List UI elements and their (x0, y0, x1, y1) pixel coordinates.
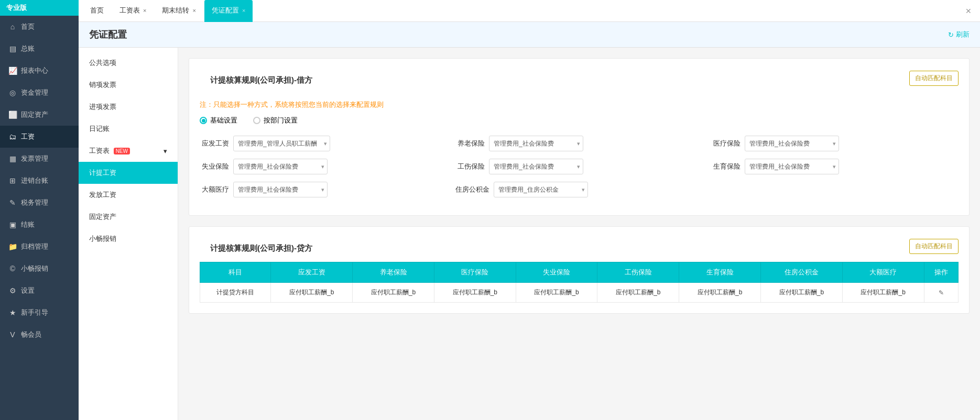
col-yingfa: 应发工资 (271, 262, 353, 283)
auto-match-button-2[interactable]: 自动匹配科目 (909, 239, 959, 254)
cell-shengyu: 应付职工薪酬_b (679, 283, 761, 303)
left-nav-purchase-invoice[interactable]: 进项发票 (79, 96, 178, 118)
main-area: 首页 工资表 × 期末结转 × 凭证配置 × ✕ 凭证配置 ↻ 刷新 公共选项 (79, 0, 980, 420)
close-period-icon: ▣ (8, 220, 17, 229)
label-daeyiliao: 大额医疗 (200, 185, 229, 194)
form-row-1: 应发工资 管理费用_管理人员职工薪酬 养老保险 管理费用 (200, 136, 959, 151)
field-shengyu: 生育保险 管理费用_社会保险费 (711, 159, 959, 174)
cell-yanglao: 应付职工薪酬_b (353, 283, 434, 303)
label-shiye: 失业保险 (200, 162, 229, 171)
left-nav-payroll-table[interactable]: 工资表 NEW ▾ (79, 140, 178, 162)
select-yingfa[interactable]: 管理费用_管理人员职工薪酬 (233, 136, 330, 151)
radio-basic-icon (200, 117, 207, 124)
sidebar-item-tax[interactable]: ✎ 税务管理 (0, 192, 79, 214)
label-yiliao: 医疗保险 (711, 139, 741, 148)
funds-icon: ◎ (8, 89, 17, 97)
section2-header: 计提核算规则(公司承担)-贷方 自动匹配科目 (189, 227, 969, 262)
home-icon: ⌂ (8, 23, 17, 31)
radio-dept-icon (253, 117, 260, 124)
select-shengyu[interactable]: 管理费用_社会保险费 (745, 159, 839, 174)
cell-subject: 计提贷方科目 (200, 283, 271, 303)
ledger-icon: ▤ (8, 45, 17, 53)
edit-icon[interactable]: ✎ (939, 289, 944, 296)
left-nav-fixed-assets[interactable]: 固定资产 (79, 206, 178, 228)
tab-period-end-close[interactable]: × (192, 7, 195, 14)
refresh-button[interactable]: ↻ 刷新 (948, 30, 970, 39)
sidebar: 专业版 ⌂ 首页 ▤ 总账 📈 报表中心 ◎ 资金管理 ⬜ 固定资产 🗂 工资 … (0, 0, 79, 420)
field-gongjijin: 住房公积金 管理费用_住房公积金 (455, 182, 703, 197)
invoice-icon: ▦ (8, 154, 17, 163)
select-shiye[interactable]: 管理费用_社会保险费 (233, 159, 328, 174)
section1-warning: 注：只能选择一种方式，系统将按照您当前的选择来配置规则 (200, 100, 959, 109)
close-all-tabs[interactable]: ✕ (961, 5, 976, 17)
refresh-icon: ↻ (948, 31, 954, 39)
settings-icon: ⚙ (8, 286, 17, 295)
sidebar-item-xcreport[interactable]: © 小畅报销 (0, 258, 79, 280)
sidebar-item-guide[interactable]: ★ 新手引导 (0, 302, 79, 324)
sidebar-item-invoice[interactable]: ▦ 发票管理 (0, 148, 79, 170)
section1-body: 注：只能选择一种方式，系统将按照您当前的选择来配置规则 基础设置 按部门设置 (189, 94, 969, 215)
sidebar-item-purchase[interactable]: ⊞ 进销台账 (0, 170, 79, 192)
radio-group: 基础设置 按部门设置 (200, 116, 959, 125)
tab-payroll[interactable]: 工资表 × (112, 0, 154, 22)
select-yanglao[interactable]: 管理费用_社会保险费 (489, 136, 583, 151)
page-title: 凭证配置 (89, 28, 127, 41)
select-gongshang-wrapper: 管理费用_社会保险费 (489, 159, 583, 174)
new-badge: NEW (114, 148, 130, 154)
tab-home[interactable]: 首页 (83, 0, 111, 22)
assets-icon: ⬜ (8, 110, 17, 119)
auto-match-button-1[interactable]: 自动匹配科目 (909, 71, 959, 86)
sidebar-item-close[interactable]: ▣ 结账 (0, 214, 79, 236)
cell-yingfa: 应付职工薪酬_b (271, 283, 353, 303)
select-yiliao[interactable]: 管理费用_社会保险费 (745, 136, 839, 151)
tab-voucher-config-close[interactable]: × (242, 7, 245, 14)
tab-voucher-config[interactable]: 凭证配置 × (204, 0, 253, 22)
page-header: 凭证配置 ↻ 刷新 (79, 22, 980, 48)
salary-icon: 🗂 (8, 132, 17, 141)
label-yingfa: 应发工资 (200, 139, 229, 148)
left-nav-calc-salary[interactable]: 计提工资 (79, 162, 178, 184)
cell-shiye: 应付职工薪酬_b (516, 283, 597, 303)
radio-basic-setup[interactable]: 基础设置 (200, 116, 237, 125)
col-shengyu: 生育保险 (679, 262, 761, 283)
left-nav-xiaochange[interactable]: 小畅报销 (79, 228, 178, 250)
field-gongshang: 工伤保险 管理费用_社会保险费 (455, 159, 703, 174)
sidebar-item-home[interactable]: ⌂ 首页 (0, 16, 79, 38)
archive-icon: 📁 (8, 242, 17, 251)
left-nav-journal[interactable]: 日记账 (79, 118, 178, 140)
xcreport-icon: © (8, 264, 17, 273)
sidebar-item-archive[interactable]: 📁 归档管理 (0, 236, 79, 258)
brand: 专业版 (0, 0, 79, 16)
label-yanglao: 养老保险 (455, 139, 485, 148)
select-yingfa-wrapper: 管理费用_管理人员职工薪酬 (233, 136, 330, 151)
cell-action[interactable]: ✎ (924, 283, 958, 303)
left-nav-pay-salary[interactable]: 发放工资 (79, 184, 178, 206)
cell-gongshang: 应付职工薪酬_b (597, 283, 679, 303)
left-nav-sales-invoice[interactable]: 销项发票 (79, 74, 178, 96)
tab-payroll-close[interactable]: × (143, 7, 146, 14)
sidebar-item-salary[interactable]: 🗂 工资 (0, 126, 79, 148)
radio-dept-setup[interactable]: 按部门设置 (253, 116, 298, 125)
section1-header: 计提核算规则(公司承担)-借方 自动匹配科目 (189, 59, 969, 94)
select-yanglao-wrapper: 管理费用_社会保险费 (489, 136, 583, 151)
left-nav-public-options[interactable]: 公共选项 (79, 52, 178, 74)
select-gongjijin-wrapper: 管理费用_住房公积金 (494, 182, 588, 197)
select-gongjijin[interactable]: 管理费用_住房公积金 (494, 182, 588, 197)
sidebar-item-assets[interactable]: ⬜ 固定资产 (0, 104, 79, 126)
sidebar-item-reports[interactable]: 📈 报表中心 (0, 60, 79, 82)
col-gongshang: 工伤保险 (597, 262, 679, 283)
tab-period-end[interactable]: 期末结转 × (155, 0, 203, 22)
section-credit: 计提核算规则(公司承担)-贷方 自动匹配科目 科目 应发工资 养老保险 医疗保险… (189, 226, 970, 314)
select-daeyiliao[interactable]: 管理费用_社会保险费 (233, 182, 328, 197)
label-shengyu: 生育保险 (711, 162, 741, 171)
sidebar-item-settings[interactable]: ⚙ 设置 (0, 280, 79, 302)
sidebar-item-member[interactable]: V 畅会员 (0, 324, 79, 346)
col-yiliao: 医疗保险 (434, 262, 516, 283)
sidebar-item-ledger[interactable]: ▤ 总账 (0, 38, 79, 60)
table-row: 计提贷方科目 应付职工薪酬_b 应付职工薪酬_b 应付职工薪酬_b 应付职工薪酬… (200, 283, 959, 303)
select-gongshang[interactable]: 管理费用_社会保险费 (489, 159, 583, 174)
field-yanglao: 养老保险 管理费用_社会保险费 (455, 136, 703, 151)
right-content: 计提核算规则(公司承担)-借方 自动匹配科目 注：只能选择一种方式，系统将按照您… (178, 48, 980, 420)
sidebar-item-funds[interactable]: ◎ 资金管理 (0, 82, 79, 104)
table-header-row: 科目 应发工资 养老保险 医疗保险 失业保险 工伤保险 生育保险 住房公积金 大… (200, 262, 959, 283)
